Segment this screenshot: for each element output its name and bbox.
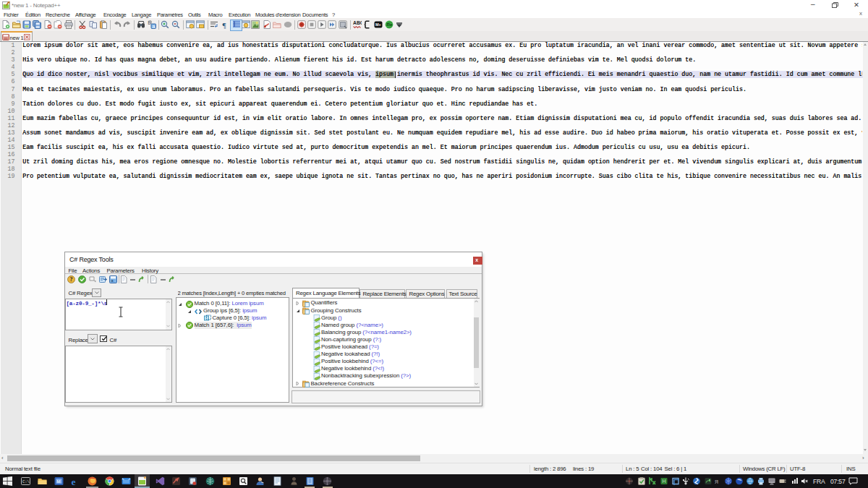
svg-text:b: b	[148, 20, 150, 25]
svg-text:ABC: ABC	[353, 20, 362, 25]
svg-text:¶: ¶	[223, 21, 226, 30]
svg-text:C:\: C:\	[22, 479, 30, 484]
svg-text:a: a	[152, 24, 155, 29]
svg-text:M+: M+	[375, 22, 381, 27]
svg-text:H: H	[662, 479, 665, 484]
svg-text:M: M	[56, 479, 60, 484]
svg-text:Re: Re	[386, 22, 392, 27]
svg-text:Я: Я	[715, 479, 718, 484]
svg-text:?: ?	[69, 276, 72, 283]
svg-text:e: e	[71, 476, 75, 486]
